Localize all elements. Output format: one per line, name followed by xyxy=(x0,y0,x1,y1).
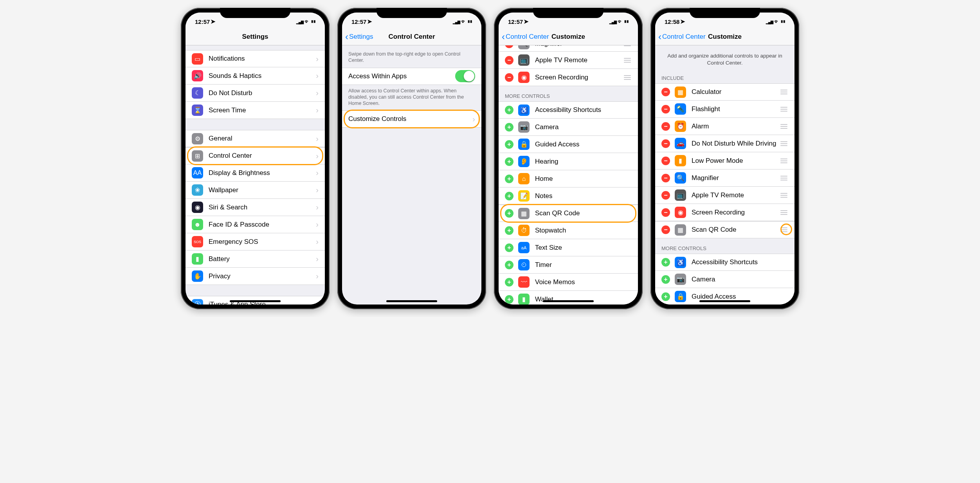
add-button[interactable]: + xyxy=(505,295,513,304)
back-button[interactable]: ‹Settings xyxy=(345,31,373,42)
row-label: Wallpaper xyxy=(209,186,316,194)
back-button[interactable]: ‹Control Center xyxy=(502,31,549,42)
remove-button[interactable]: − xyxy=(661,225,670,234)
back-button[interactable]: ‹Control Center xyxy=(658,31,706,42)
settings-row[interactable]: ◉Siri & Search› xyxy=(186,199,325,216)
add-button[interactable]: + xyxy=(505,123,513,132)
drag-handle-icon[interactable] xyxy=(780,176,788,180)
remove-button[interactable]: − xyxy=(661,105,670,114)
home-indicator[interactable] xyxy=(543,300,594,302)
content[interactable]: Swipe down from the top-right edge to op… xyxy=(342,45,481,305)
more-control-row[interactable]: +📷Camera xyxy=(655,271,794,288)
included-control-row[interactable]: −📺Apple TV Remote xyxy=(655,187,794,204)
settings-row[interactable]: AADisplay & Brightness› xyxy=(186,164,325,182)
included-control-row[interactable]: −🔦Flashlight xyxy=(655,101,794,118)
home-indicator[interactable] xyxy=(230,300,281,302)
remove-button[interactable]: − xyxy=(661,157,670,165)
remove-button[interactable]: − xyxy=(661,208,670,217)
drag-handle-icon[interactable] xyxy=(623,45,632,46)
content[interactable]: ▭Notifications›🔊Sounds & Haptics›☾Do Not… xyxy=(186,45,325,305)
add-button[interactable]: + xyxy=(505,140,513,149)
row-label: Screen Recording xyxy=(692,209,780,216)
drag-handle-icon[interactable] xyxy=(780,159,788,163)
remove-button[interactable]: − xyxy=(661,88,670,96)
more-control-row[interactable]: +⏲Timer xyxy=(499,256,638,274)
phone-3: 12:57➤ ▁▃▅ ᯤ ▮▮ ‹Control Center Customiz… xyxy=(494,8,643,309)
home-indicator[interactable] xyxy=(386,300,437,302)
more-control-row[interactable]: +⏱Stopwatch xyxy=(499,222,638,239)
settings-row[interactable]: ⌛Screen Time› xyxy=(186,102,325,119)
row-label: Privacy xyxy=(209,272,316,280)
more-control-row[interactable]: +⌂Home xyxy=(499,170,638,187)
more-control-row[interactable]: +📷Camera xyxy=(499,119,638,136)
remove-button[interactable]: − xyxy=(661,139,670,148)
add-button[interactable]: + xyxy=(505,243,513,252)
more-control-row[interactable]: +▮Wallet xyxy=(499,291,638,305)
more-control-row[interactable]: +📝Notes xyxy=(499,187,638,205)
included-control-row[interactable]: −◉Screen Recording xyxy=(499,69,638,86)
more-control-row[interactable]: +♿Accessibility Shortcuts xyxy=(655,254,794,271)
settings-row[interactable]: ☻Face ID & Passcode› xyxy=(186,216,325,233)
drag-handle-icon[interactable] xyxy=(780,210,788,215)
content[interactable]: −🔍Magnifier−📺Apple TV Remote−◉Screen Rec… xyxy=(499,45,638,305)
drag-handle-icon[interactable] xyxy=(623,75,632,80)
remove-button[interactable]: − xyxy=(505,45,513,48)
home-indicator[interactable] xyxy=(699,300,750,302)
row-label: Voice Memos xyxy=(535,278,632,286)
drag-handle-icon[interactable] xyxy=(780,107,788,112)
included-control-row[interactable]: −◉Screen Recording xyxy=(655,204,794,221)
add-button[interactable]: + xyxy=(661,292,670,301)
add-button[interactable]: + xyxy=(505,226,513,235)
add-button[interactable]: + xyxy=(505,106,513,114)
content[interactable]: Add and organize additional controls to … xyxy=(655,45,794,305)
included-control-row[interactable]: −🔍Magnifier xyxy=(499,45,638,52)
add-button[interactable]: + xyxy=(505,278,513,287)
settings-row[interactable]: ▮Battery› xyxy=(186,251,325,268)
more-control-row[interactable]: +🔒Guided Access xyxy=(499,136,638,153)
settings-row[interactable]: ▭Notifications› xyxy=(186,50,325,67)
drag-handle-icon[interactable] xyxy=(780,141,788,146)
more-control-row[interactable]: +👂Hearing xyxy=(499,153,638,170)
more-control-row[interactable]: +▦Scan QR Code xyxy=(499,205,638,222)
remove-button[interactable]: − xyxy=(661,122,670,131)
settings-row[interactable]: ☾Do Not Disturb› xyxy=(186,85,325,102)
app-icon: ☾ xyxy=(192,87,203,99)
settings-row[interactable]: ❀Wallpaper› xyxy=(186,182,325,199)
settings-row[interactable]: ⚙General› xyxy=(186,130,325,147)
more-control-row[interactable]: +aAText Size xyxy=(499,239,638,256)
included-control-row[interactable]: −▮Low Power Mode xyxy=(655,152,794,169)
drag-handle-icon[interactable] xyxy=(780,193,788,198)
included-control-row[interactable]: −▦Calculator xyxy=(655,83,794,101)
drag-handle-icon[interactable] xyxy=(780,124,788,129)
drag-handle-icon[interactable] xyxy=(780,90,788,94)
included-control-row[interactable]: −⏰Alarm xyxy=(655,118,794,135)
drag-handle-icon[interactable] xyxy=(623,58,632,63)
add-button[interactable]: + xyxy=(505,192,513,200)
included-control-row[interactable]: −🚗Do Not Disturb While Driving xyxy=(655,135,794,152)
included-control-row[interactable]: −▦Scan QR Code xyxy=(655,221,794,238)
settings-row[interactable]: SOSEmergency SOS› xyxy=(186,233,325,251)
add-button[interactable]: + xyxy=(505,157,513,166)
location-icon: ➤ xyxy=(680,18,685,25)
more-control-row[interactable]: +〰Voice Memos xyxy=(499,274,638,291)
included-control-row[interactable]: −📺Apple TV Remote xyxy=(499,52,638,69)
add-button[interactable]: + xyxy=(505,209,513,218)
included-control-row[interactable]: −🔍Magnifier xyxy=(655,169,794,187)
customize-controls-row[interactable]: Customize Controls › xyxy=(342,110,481,128)
remove-button[interactable]: − xyxy=(661,174,670,182)
settings-row[interactable]: ⊞Control Center› xyxy=(186,147,325,164)
add-button[interactable]: + xyxy=(505,261,513,269)
add-button[interactable]: + xyxy=(661,275,670,284)
settings-row[interactable]: ✋Privacy› xyxy=(186,268,325,285)
settings-row[interactable]: 🔊Sounds & Haptics› xyxy=(186,67,325,85)
drag-handle-icon[interactable] xyxy=(780,227,788,232)
add-button[interactable]: + xyxy=(661,258,670,267)
more-control-row[interactable]: +♿Accessibility Shortcuts xyxy=(499,101,638,119)
remove-button[interactable]: − xyxy=(505,73,513,82)
remove-button[interactable]: − xyxy=(661,191,670,200)
toggle-switch[interactable] xyxy=(455,70,475,82)
add-button[interactable]: + xyxy=(505,175,513,183)
row-label: Emergency SOS xyxy=(209,238,316,246)
access-within-apps-row[interactable]: Access Within Apps xyxy=(342,68,481,85)
remove-button[interactable]: − xyxy=(505,56,513,65)
